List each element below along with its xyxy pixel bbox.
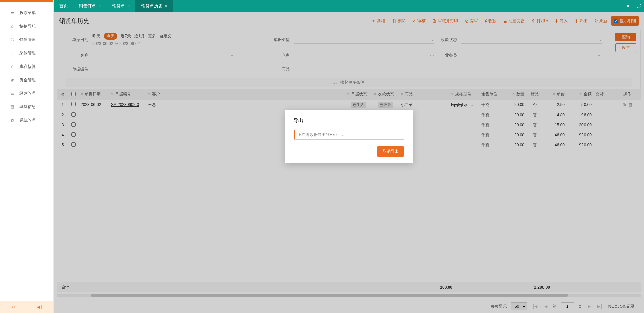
settings-gear-icon[interactable]: ⚙ [0,305,27,309]
sidebar-item-5[interactable]: ◉资金管理 [0,73,53,87]
sidebar-item-label: 资金管理 [19,77,36,83]
tab-2[interactable]: 销货单✕ [107,0,135,12]
close-tab-icon[interactable]: ✕ [622,0,633,12]
sidebar-icon: ▦ [9,104,15,110]
sidebar-footer: ⚙ ◀❘ [0,301,53,313]
tab-close-icon[interactable]: ✕ [98,4,101,8]
sidebar-icon: ▤ [9,90,15,96]
sidebar-item-label: 基础信息 [19,104,36,110]
sidebar-item-label: 库存核算 [19,64,36,70]
sidebar-icon: ◉ [9,77,15,83]
tab-label: 销货单 [112,3,125,9]
sidebar-item-1[interactable]: ⌂快捷导航 [0,19,53,33]
modal-title: 导出 [294,118,404,124]
sidebar-item-label: 搜索菜单 [19,10,36,16]
sidebar-item-0[interactable]: ☰搜索菜单 [0,6,53,19]
sidebar-item-label: 系统管理 [19,118,36,123]
collapse-sidebar-icon[interactable]: ◀❘ [27,305,54,309]
export-modal: 导出 取消导出 [285,110,413,163]
sidebar-icon: ☰ [9,10,15,16]
content: 销货单历史 ＋新增🗑删除✓审核🗎审核并打印⊘弃审¥收款≣批量变更🖨打印▾⬇导入⬆… [54,12,644,313]
sidebar-item-4[interactable]: ⌂库存核算 [0,60,53,73]
sidebar-item-label: 经营管理 [19,91,36,96]
sidebar-icon: ⌂ [9,63,15,70]
sidebar-item-label: 销售管理 [19,37,36,43]
export-status-field [294,130,404,140]
fullscreen-icon[interactable]: ⛶ [633,0,644,12]
cancel-export-button[interactable]: 取消导出 [377,146,404,156]
tab-bar: 首页销售订单✕销货单✕销货单历史✕ ✕ ⛶ [54,0,644,12]
tab-close-icon[interactable]: ✕ [165,4,168,8]
sidebar: ☰搜索菜单⌂快捷导航⬡销售管理⬚采购管理⌂库存核算◉资金管理▤经营管理▦基础信息… [0,0,54,313]
side-menu: ☰搜索菜单⌂快捷导航⬡销售管理⬚采购管理⌂库存核算◉资金管理▤经营管理▦基础信息… [0,2,53,301]
sidebar-item-3[interactable]: ⬚采购管理 [0,46,53,60]
sidebar-item-label: 采购管理 [19,50,36,56]
sidebar-icon: ✿ [9,117,15,123]
sidebar-item-label: 快捷导航 [19,24,36,29]
tab-label: 首页 [59,3,68,9]
sidebar-icon: ⬚ [9,50,15,56]
sidebar-icon: ⬡ [9,37,15,43]
sidebar-item-7[interactable]: ▦基础信息 [0,100,53,114]
sidebar-item-8[interactable]: ✿系统管理 [0,114,53,127]
sidebar-icon: ⌂ [9,23,15,29]
modal-overlay: 导出 取消导出 [54,12,644,313]
main: 首页销售订单✕销货单✕销货单历史✕ ✕ ⛶ 销货单历史 ＋新增🗑删除✓审核🗎审核… [54,0,644,313]
tab-3[interactable]: 销货单历史✕ [135,0,173,12]
tab-0[interactable]: 首页 [54,0,73,12]
sidebar-item-2[interactable]: ⬡销售管理 [0,33,53,46]
sidebar-item-6[interactable]: ▤经营管理 [0,87,53,100]
tab-label: 销售订单 [79,3,96,9]
tab-close-icon[interactable]: ✕ [127,4,130,8]
tab-1[interactable]: 销售订单✕ [73,0,107,12]
tab-label: 销货单历史 [141,3,163,9]
